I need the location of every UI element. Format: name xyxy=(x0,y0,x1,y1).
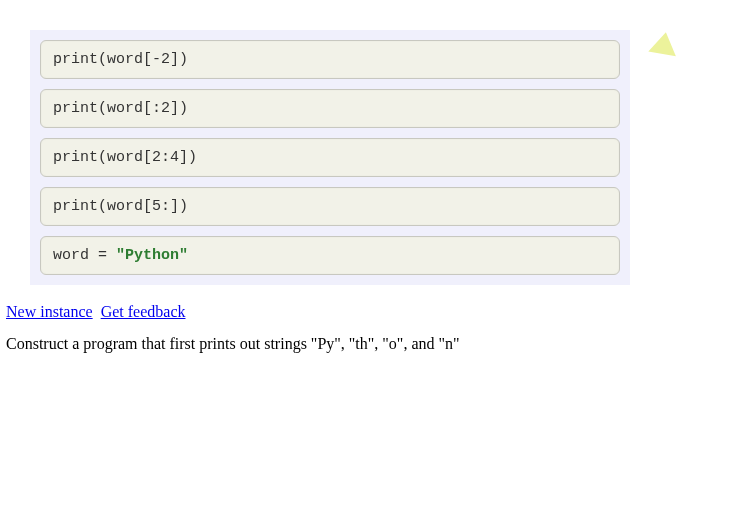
code-text: print(word[2:4]) xyxy=(53,149,197,166)
code-block[interactable]: print(word[2:4]) xyxy=(40,138,620,177)
code-block[interactable]: print(word[:2]) xyxy=(40,89,620,128)
get-feedback-link[interactable]: Get feedback xyxy=(101,303,186,320)
action-links: New instance Get feedback xyxy=(6,303,735,321)
code-text: print(word[-2]) xyxy=(53,51,188,68)
code-text: word = "Python" xyxy=(53,247,188,264)
instruction-text: Construct a program that first prints ou… xyxy=(6,335,735,353)
code-text: print(word[5:]) xyxy=(53,198,188,215)
code-block[interactable]: print(word[5:]) xyxy=(40,187,620,226)
parsons-area: print(word[-2]) print(word[:2]) print(wo… xyxy=(30,30,630,285)
code-text: print(word[:2]) xyxy=(53,100,188,117)
marker-triangle-icon xyxy=(648,30,679,57)
new-instance-link[interactable]: New instance xyxy=(6,303,93,320)
code-block[interactable]: print(word[-2]) xyxy=(40,40,620,79)
code-block[interactable]: word = "Python" xyxy=(40,236,620,275)
